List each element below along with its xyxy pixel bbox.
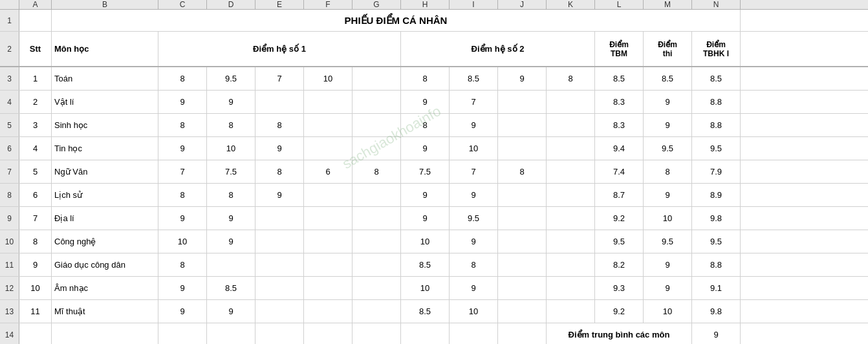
cell-F5 xyxy=(304,114,353,136)
tbm-label: Điểm xyxy=(609,40,629,49)
cell-E10 xyxy=(255,230,304,253)
row-8: 86Lịch sử889998.798.9 xyxy=(0,184,868,207)
cell-K4 xyxy=(547,91,595,113)
cell-C7: 7 xyxy=(158,160,207,183)
cell-K5 xyxy=(547,114,595,136)
cell-N14: 9 xyxy=(692,323,741,344)
cell-N10: 9.5 xyxy=(692,230,741,253)
cell-C14 xyxy=(158,323,207,344)
cell-E12 xyxy=(255,277,304,299)
cell-D9: 9 xyxy=(207,207,255,230)
dhs1-label: Điểm hệ số 1 xyxy=(253,44,306,54)
cell-N7: 7.9 xyxy=(692,160,741,183)
cell-A1 xyxy=(19,10,52,31)
cell-F10 xyxy=(304,230,353,253)
cell-E13 xyxy=(255,300,304,323)
cell-H4: 9 xyxy=(401,91,450,113)
cell-N13: 9.8 xyxy=(692,300,741,323)
cell-N8: 8.9 xyxy=(692,184,741,206)
cell-H12: 10 xyxy=(401,277,450,299)
cell-M12: 9 xyxy=(644,277,692,299)
cell-F3: 10 xyxy=(304,67,353,90)
col-header-B: B xyxy=(52,0,158,9)
cell-L4: 8.3 xyxy=(595,91,644,113)
cell-M9: 10 xyxy=(644,207,692,230)
cell-D4: 9 xyxy=(207,91,255,113)
cell-F12 xyxy=(304,277,353,299)
cell-H11: 8.5 xyxy=(401,253,450,276)
rownum-11: 11 xyxy=(0,253,19,276)
col-header-M: M xyxy=(644,0,692,9)
cell-J8 xyxy=(498,184,547,206)
cell-B4: Vật lí xyxy=(52,91,158,113)
cell-C3: 8 xyxy=(158,67,207,90)
cell-H6: 9 xyxy=(401,137,450,160)
cell-N9: 9.8 xyxy=(692,207,741,230)
cell-G3 xyxy=(353,67,401,90)
cell-B9: Địa lí xyxy=(52,207,158,230)
cell-I9: 9.5 xyxy=(450,207,498,230)
cell-J12 xyxy=(498,277,547,299)
cell-F11 xyxy=(304,253,353,276)
cell-D11 xyxy=(207,253,255,276)
cell-N11: 8.8 xyxy=(692,253,741,276)
cell-E8: 9 xyxy=(255,184,304,206)
rownum-6: 6 xyxy=(0,137,19,160)
cell-N4: 8.8 xyxy=(692,91,741,113)
corner-cell xyxy=(0,0,19,9)
cell-A2-stt: Stt xyxy=(19,32,52,66)
cell-K3: 8 xyxy=(547,67,595,90)
cell-I5: 9 xyxy=(450,114,498,136)
column-headers: A B C D E F G H I J K L M N xyxy=(0,0,868,10)
cell-A5: 3 xyxy=(19,114,52,136)
cell-A8: 6 xyxy=(19,184,52,206)
cell-J13 xyxy=(498,300,547,323)
cell-C6: 9 xyxy=(158,137,207,160)
cell-E5: 8 xyxy=(255,114,304,136)
cell-D10: 9 xyxy=(207,230,255,253)
monhoc-label: Môn học xyxy=(54,44,89,54)
cell-G9 xyxy=(353,207,401,230)
rownum-3: 3 xyxy=(0,67,19,90)
row-12: 1210Âm nhạc98.51099.399.1 xyxy=(0,277,868,300)
row-14: 14 Điểm trung bình các môn 9 xyxy=(0,323,868,344)
dhs2-label: Điểm hệ số 2 xyxy=(472,44,525,54)
cell-B7: Ngữ Văn xyxy=(52,160,158,183)
cell-L8: 8.7 xyxy=(595,184,644,206)
rownum-1: 1 xyxy=(0,10,19,31)
cell-E6: 9 xyxy=(255,137,304,160)
rownum-4: 4 xyxy=(0,91,19,113)
cell-J4 xyxy=(498,91,547,113)
cell-F13 xyxy=(304,300,353,323)
row14-value: 9 xyxy=(713,330,718,339)
col-header-A: A xyxy=(19,0,52,9)
cell-F8 xyxy=(304,184,353,206)
cell-H9: 9 xyxy=(401,207,450,230)
cell-B3: Toán xyxy=(52,67,158,90)
cell-D7: 7.5 xyxy=(207,160,255,183)
cell-G12 xyxy=(353,277,401,299)
cell-D8: 8 xyxy=(207,184,255,206)
cell-B14 xyxy=(52,323,158,344)
cell-D5: 8 xyxy=(207,114,255,136)
cell-C5: 8 xyxy=(158,114,207,136)
cell-C11: 8 xyxy=(158,253,207,276)
col-header-G: G xyxy=(353,0,401,9)
cell-A4: 2 xyxy=(19,91,52,113)
cell-G5 xyxy=(353,114,401,136)
cell-G14 xyxy=(353,323,401,344)
row-10: 108Công nghệ1091099.59.59.5 xyxy=(0,230,868,253)
cell-D12: 8.5 xyxy=(207,277,255,299)
cell-L13: 9.2 xyxy=(595,300,644,323)
cell-E3: 7 xyxy=(255,67,304,90)
cell-J10 xyxy=(498,230,547,253)
cell-J9 xyxy=(498,207,547,230)
cell-L11: 8.2 xyxy=(595,253,644,276)
cell-I11: 8 xyxy=(450,253,498,276)
cell-I7: 7 xyxy=(450,160,498,183)
col-header-F: F xyxy=(304,0,353,9)
cell-E4 xyxy=(255,91,304,113)
cell-I4: 7 xyxy=(450,91,498,113)
cell-D3: 9.5 xyxy=(207,67,255,90)
cell-J5 xyxy=(498,114,547,136)
